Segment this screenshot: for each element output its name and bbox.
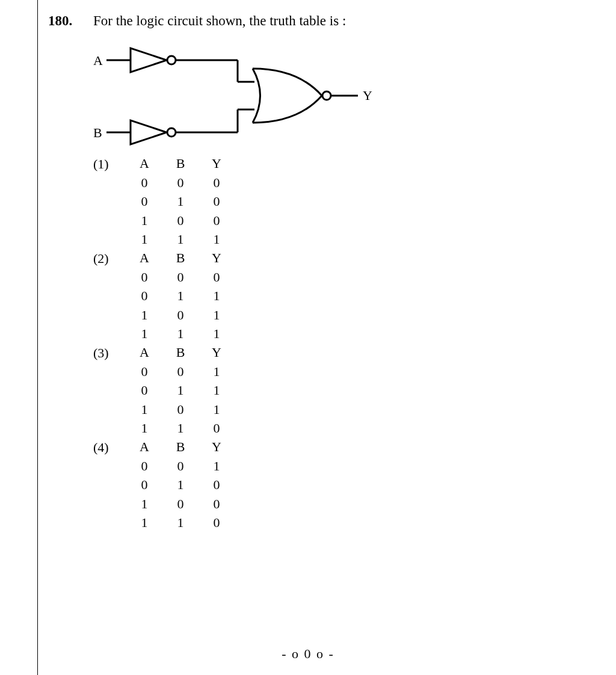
td: 1 — [126, 401, 162, 419]
th-b: B — [162, 250, 199, 267]
svg-marker-1 — [131, 48, 167, 72]
td: 0 — [162, 174, 199, 192]
th-a: A — [126, 439, 162, 456]
td: 0 — [126, 382, 162, 399]
td: 1 — [162, 231, 199, 248]
td: 0 — [199, 174, 235, 192]
td: 1 — [162, 514, 199, 532]
td: 1 — [199, 325, 235, 343]
truth-table: A B Y 0 0 1 0 1 1 1 0 1 1 1 0 — [126, 344, 235, 437]
td: 0 — [126, 476, 162, 494]
td: 0 — [199, 212, 235, 230]
td: 0 — [162, 496, 199, 513]
td: 1 — [126, 496, 162, 513]
td: 1 — [126, 325, 162, 343]
td: 1 — [126, 231, 162, 248]
td: 1 — [199, 382, 235, 399]
output-y-label: Y — [363, 88, 372, 103]
input-a-label: A — [93, 53, 103, 68]
option-label: (3) — [93, 344, 126, 361]
td: 1 — [162, 420, 199, 437]
left-margin-rule — [37, 0, 38, 675]
question-text: For the logic circuit shown, the truth t… — [93, 13, 346, 29]
td: 1 — [162, 476, 199, 494]
th-b: B — [162, 344, 199, 362]
truth-table: A B Y 0 0 0 0 1 1 1 0 1 1 1 1 — [126, 250, 235, 343]
truth-table: A B Y 0 0 0 0 1 0 1 0 0 1 1 1 — [126, 155, 235, 248]
td: 1 — [162, 382, 199, 399]
td: 0 — [162, 269, 199, 286]
td: 0 — [162, 458, 199, 475]
td: 1 — [126, 307, 162, 324]
option-2: (2) A B Y 0 0 0 0 1 1 1 0 1 1 1 1 — [93, 250, 235, 343]
question-number: 180. — [48, 13, 72, 29]
td: 1 — [126, 212, 162, 230]
td: 1 — [126, 420, 162, 437]
td: 1 — [162, 193, 199, 211]
svg-point-12 — [322, 91, 331, 100]
th-b: B — [162, 439, 199, 456]
input-b-label: B — [93, 125, 102, 140]
td: 0 — [162, 401, 199, 419]
td: 1 — [199, 288, 235, 305]
answer-options: (1) A B Y 0 0 0 0 1 0 1 0 0 1 1 1 (2) — [93, 155, 235, 533]
option-label: (1) — [93, 155, 126, 172]
th-y: Y — [199, 250, 235, 267]
td: 1 — [199, 363, 235, 381]
option-4: (4) A B Y 0 0 1 0 1 0 1 0 0 1 1 0 — [93, 439, 235, 532]
td: 0 — [126, 193, 162, 211]
td: 1 — [199, 307, 235, 324]
td: 0 — [199, 514, 235, 532]
td: 1 — [126, 514, 162, 532]
th-a: A — [126, 250, 162, 267]
svg-point-2 — [167, 56, 176, 64]
td: 0 — [162, 363, 199, 381]
td: 0 — [126, 363, 162, 381]
truth-table: A B Y 0 0 1 0 1 0 1 0 0 1 1 0 — [126, 439, 235, 532]
td: 0 — [126, 174, 162, 192]
th-y: Y — [199, 155, 235, 173]
svg-marker-7 — [131, 120, 167, 144]
th-b: B — [162, 155, 199, 173]
td: 0 — [199, 269, 235, 286]
th-a: A — [126, 344, 162, 362]
td: 0 — [199, 193, 235, 211]
option-label: (4) — [93, 439, 126, 455]
td: 0 — [199, 476, 235, 494]
td: 0 — [126, 458, 162, 475]
option-1: (1) A B Y 0 0 0 0 1 0 1 0 0 1 1 1 — [93, 155, 235, 248]
td: 1 — [162, 325, 199, 343]
td: 0 — [162, 307, 199, 324]
td: 1 — [199, 458, 235, 475]
td: 0 — [199, 496, 235, 513]
th-y: Y — [199, 344, 235, 362]
th-y: Y — [199, 439, 235, 456]
td: 0 — [126, 269, 162, 286]
svg-point-8 — [167, 128, 176, 137]
option-3: (3) A B Y 0 0 1 0 1 1 1 0 1 1 1 0 — [93, 344, 235, 437]
td: 1 — [199, 231, 235, 248]
page-footer-ornament: - o 0 o - — [0, 646, 616, 662]
logic-circuit-diagram: A B — [93, 42, 376, 150]
th-a: A — [126, 155, 162, 173]
td: 0 — [126, 288, 162, 305]
td: 0 — [162, 212, 199, 230]
option-label: (2) — [93, 250, 126, 267]
td: 1 — [162, 288, 199, 305]
td: 0 — [199, 420, 235, 437]
td: 1 — [199, 401, 235, 419]
